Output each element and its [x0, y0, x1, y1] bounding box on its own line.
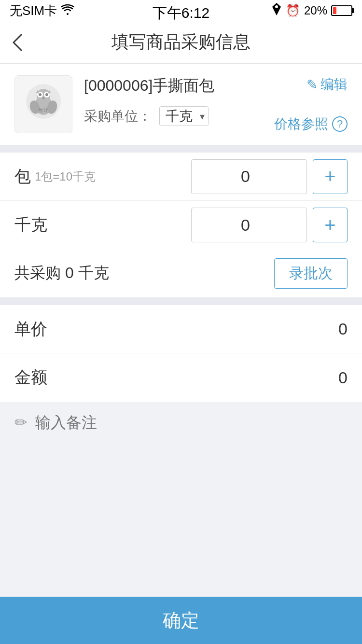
back-button[interactable]	[12, 33, 23, 52]
status-bar: 无SIM卡 下午6:12 ⏰ 20%	[0, 0, 362, 21]
notes-section: ✏	[0, 402, 362, 479]
alarm-icon: ⏰	[286, 4, 300, 17]
amount-value: 0	[338, 368, 348, 387]
package-input-section: 包 1包=10千克 + 千克 +	[0, 153, 362, 249]
price-ref-link[interactable]: 价格参照 ?	[274, 115, 348, 133]
help-icon: ?	[332, 116, 348, 132]
price-value: 0	[338, 320, 348, 338]
status-time: 下午6:12	[153, 3, 209, 23]
purchase-unit-label: 采购单位：	[84, 107, 152, 126]
edit-icon: ✎	[306, 77, 318, 93]
notes-input[interactable]	[35, 414, 348, 432]
notes-row: ✏	[14, 413, 348, 432]
total-row: 共采购 0 千克 录批次	[0, 249, 362, 297]
location-icon	[271, 3, 282, 18]
package-qty-input[interactable]	[191, 159, 307, 194]
divider-1	[0, 145, 362, 153]
edit-label: 编辑	[320, 75, 348, 94]
wifi-icon	[61, 3, 74, 18]
amount-label: 金额	[14, 366, 47, 389]
package-sublabel: 1包=10千克	[35, 169, 96, 184]
svg-text:智计: 智计	[39, 108, 48, 113]
product-image: 智计	[14, 75, 72, 133]
kg-input-row: 千克 +	[0, 201, 362, 249]
total-text: 共采购 0 千克	[14, 263, 109, 284]
confirm-button[interactable]: 确定	[0, 597, 362, 644]
batch-button[interactable]: 录批次	[274, 258, 348, 289]
price-row: 单价 0	[0, 305, 362, 353]
svg-point-7	[45, 93, 48, 96]
package-label: 包	[14, 166, 31, 188]
battery-icon	[331, 5, 352, 16]
kg-qty-input[interactable]	[191, 208, 307, 242]
price-ref-label: 价格参照	[274, 115, 328, 133]
edit-link[interactable]: ✎ 编辑	[306, 75, 348, 94]
kg-label: 千克	[14, 214, 47, 236]
page-title: 填写商品采购信息	[111, 30, 251, 54]
price-label: 单价	[14, 318, 47, 340]
amount-row: 金额 0	[0, 353, 362, 402]
battery-percent: 20%	[304, 4, 327, 17]
status-carrier: 无SIM卡	[10, 2, 74, 19]
unit-select-wrapper[interactable]: 千克 包 ▾	[159, 106, 209, 126]
kg-plus-button[interactable]: +	[313, 208, 348, 242]
status-indicators: ⏰ 20%	[271, 3, 352, 18]
divider-2	[0, 297, 362, 305]
svg-point-6	[39, 93, 42, 96]
nav-bar: 填写商品采购信息	[0, 21, 362, 64]
product-card: 智计 [0000006]手撕面包 采购单位： 千克 包 ▾ ✎ 编辑	[0, 64, 362, 145]
product-logo: 智计	[24, 82, 63, 126]
info-section: 单价 0 金额 0	[0, 305, 362, 402]
pencil-icon: ✏	[14, 413, 28, 432]
svg-point-0	[275, 5, 278, 8]
unit-select[interactable]: 千克 包	[159, 106, 209, 126]
main-content: 智计 [0000006]手撕面包 采购单位： 千克 包 ▾ ✎ 编辑	[0, 64, 362, 526]
package-plus-button[interactable]: +	[313, 159, 348, 194]
package-input-row: 包 1包=10千克 +	[0, 153, 362, 201]
